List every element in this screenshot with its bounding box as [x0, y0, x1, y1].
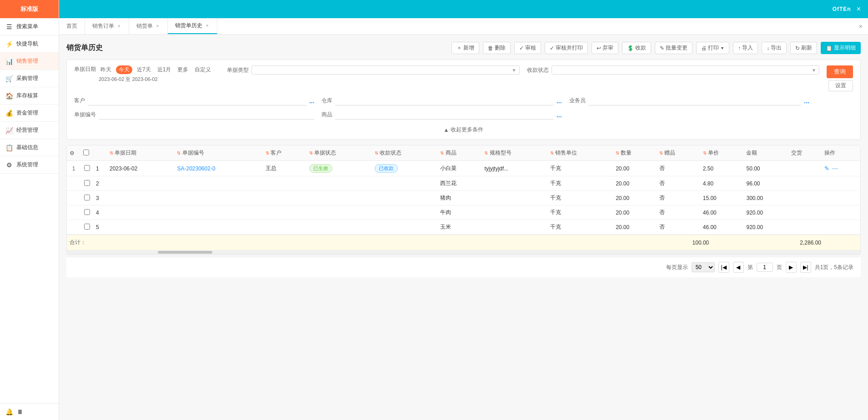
sidebar-item-sales-mgmt[interactable]: 📊 销售管理 — [0, 53, 59, 70]
cell-checkbox-5[interactable] — [80, 220, 93, 235]
col-qty[interactable]: ⇅ 数量 — [613, 145, 657, 161]
goods-input[interactable] — [335, 110, 554, 120]
first-page-btn[interactable]: |◀ — [718, 262, 729, 273]
col-spec[interactable]: ⇅ 规格型号 — [482, 145, 547, 161]
customer-input[interactable] — [88, 96, 306, 105]
payment-status-input[interactable] — [555, 67, 812, 73]
cell-doc-no-1[interactable]: SA-20230602-0 — [174, 161, 262, 176]
sidebar-item-ops-mgmt[interactable]: 📈 经营管理 — [0, 122, 59, 139]
sort-icon-doc-no: ⇅ — [177, 150, 181, 155]
col-doc-status[interactable]: ⇅ 单据状态 — [306, 145, 372, 161]
more-icon-1[interactable]: ⋯ — [832, 165, 838, 172]
col-gear[interactable]: ⚙ — [67, 145, 80, 161]
goods-picker[interactable]: ... — [557, 111, 562, 119]
new-button[interactable]: ＋ 新增 — [452, 42, 479, 54]
sidebar-item-quick-nav[interactable]: ⚡ 快捷导航 — [0, 35, 59, 53]
refresh-button[interactable]: ↻ 刷新 — [790, 42, 817, 54]
col-customer[interactable]: ⇅ 客户 — [263, 145, 306, 161]
collect-button[interactable]: 💲 收款 — [622, 42, 651, 54]
sidebar-item-search-menu[interactable]: ☰ 搜索菜单 — [0, 18, 59, 35]
row-checkbox-5[interactable] — [84, 224, 90, 230]
staff-input[interactable] — [588, 96, 802, 105]
cell-customer-5 — [263, 220, 306, 235]
more-shortcut[interactable]: 更多 — [176, 65, 190, 74]
sidebar-item-inventory[interactable]: 🏠 库存核算 — [0, 87, 59, 105]
cell-qty-4: 20.00 — [613, 205, 657, 220]
tab-sales-goods[interactable]: 销货单 × — [129, 18, 168, 34]
sidebar-item-purchase-mgmt[interactable]: 🛒 采购管理 — [0, 70, 59, 87]
pagination-bar: 每页显示 20 50 100 |◀ ◀ 第 页 ▶ ▶| 共1页，5条记录 — [66, 257, 861, 277]
week-shortcut[interactable]: 近7天 — [135, 65, 153, 74]
page-unit: 页 — [777, 264, 782, 271]
warehouse-input[interactable] — [335, 96, 554, 105]
tab-sales-history[interactable]: 销货单历史 × — [168, 18, 217, 34]
row-checkbox-1[interactable] — [84, 165, 90, 171]
col-goods[interactable]: ⇅ 商品 — [437, 145, 482, 161]
set-button[interactable]: 设置 — [828, 80, 853, 91]
cell-checkbox-3[interactable] — [80, 191, 93, 205]
per-page-select[interactable]: 20 50 100 — [692, 262, 715, 272]
page-input[interactable] — [757, 263, 773, 272]
cell-checkbox-2[interactable] — [80, 176, 93, 191]
cell-checkbox-1[interactable] — [80, 161, 93, 176]
abandon-button[interactable]: ↩ 弃审 — [592, 42, 618, 54]
review-button[interactable]: ✓ 审核 — [514, 42, 541, 54]
review-print-button[interactable]: ✓ 审核并打印 — [545, 42, 588, 54]
row-checkbox-3[interactable] — [84, 195, 90, 200]
col-rownum — [93, 145, 107, 161]
row-checkbox-2[interactable] — [84, 180, 90, 186]
doc-no-input[interactable] — [99, 110, 314, 120]
col-gift[interactable]: ⇅ 赠品 — [657, 145, 700, 161]
doc-type-input[interactable] — [255, 67, 512, 73]
select-all-checkbox[interactable] — [83, 150, 89, 155]
col-doc-date[interactable]: ⇅ 单据日期 — [107, 145, 174, 161]
month-shortcut[interactable]: 近1月 — [156, 65, 173, 74]
tab-sales-goods-close[interactable]: × — [156, 24, 160, 29]
print-button[interactable]: 🖨 打印 ▼ — [696, 42, 729, 54]
payment-status-dropdown-icon[interactable]: ▼ — [812, 68, 816, 73]
export-button[interactable]: ↓ 导出 — [762, 42, 787, 54]
prev-page-btn[interactable]: ◀ — [733, 262, 744, 273]
import-button[interactable]: ↑ 导入 — [733, 42, 758, 54]
col-unit[interactable]: ⇅ 销售单位 — [547, 145, 613, 161]
col-doc-no[interactable]: ⇅ 单据编号 — [174, 145, 262, 161]
yesterday-shortcut[interactable]: 昨天 — [99, 65, 113, 74]
pause-icon[interactable]: ⏸ — [16, 408, 24, 415]
tab-home[interactable]: 首页 — [59, 18, 85, 34]
staff-picker[interactable]: ... — [804, 97, 809, 105]
collapse-filter-btn[interactable]: ▲ 收起更多条件 — [74, 124, 853, 134]
header-close-btn[interactable]: × — [857, 5, 861, 13]
row-checkbox-4[interactable] — [84, 209, 90, 215]
edit-icon-1[interactable]: ✎ — [824, 165, 829, 172]
show-detail-button[interactable]: 📋 显示明细 — [821, 42, 861, 54]
custom-shortcut[interactable]: 自定义 — [193, 65, 213, 74]
tab-sales-order[interactable]: 销售订单 × — [85, 18, 129, 34]
col-unit-price[interactable]: ⇅ 单价 — [700, 145, 744, 161]
payment-status-field[interactable]: ▼ — [552, 65, 820, 75]
col-payment-status[interactable]: ⇅ 收款状态 — [372, 145, 437, 161]
cell-gift-4: 否 — [657, 205, 700, 220]
customer-picker[interactable]: ... — [309, 97, 315, 105]
tab-bar-close[interactable]: × — [859, 23, 868, 30]
tab-sales-order-close[interactable]: × — [117, 24, 121, 29]
tab-sales-history-close[interactable]: × — [205, 23, 210, 28]
last-page-btn[interactable]: ▶| — [800, 262, 811, 273]
doc-type-field[interactable]: ▼ — [251, 65, 520, 75]
query-button[interactable]: 查询 — [827, 65, 853, 78]
horizontal-scrollbar[interactable] — [67, 250, 860, 255]
sidebar-item-finance-mgmt[interactable]: 💰 资金管理 — [0, 105, 59, 122]
per-page-label: 每页显示 — [666, 264, 688, 271]
batch-change-button[interactable]: ✎ 批量变更 — [655, 42, 692, 54]
today-shortcut[interactable]: 今天 — [116, 65, 132, 74]
next-page-btn[interactable]: ▶ — [786, 262, 797, 273]
delete-button[interactable]: 🗑 删除 — [483, 42, 511, 54]
warehouse-picker[interactable]: ... — [557, 97, 562, 105]
review-icon: ✓ — [519, 45, 524, 51]
sidebar-item-sys-mgmt[interactable]: ⚙ 系统管理 — [0, 156, 59, 174]
notification-icon[interactable]: 🔔 — [5, 408, 13, 415]
col-checkbox[interactable] — [80, 145, 93, 161]
cell-checkbox-4[interactable] — [80, 205, 93, 220]
doc-type-dropdown-icon[interactable]: ▼ — [512, 68, 517, 73]
scroll-thumb[interactable] — [158, 251, 212, 254]
sidebar-item-base-info[interactable]: 📋 基础信息 — [0, 139, 59, 156]
